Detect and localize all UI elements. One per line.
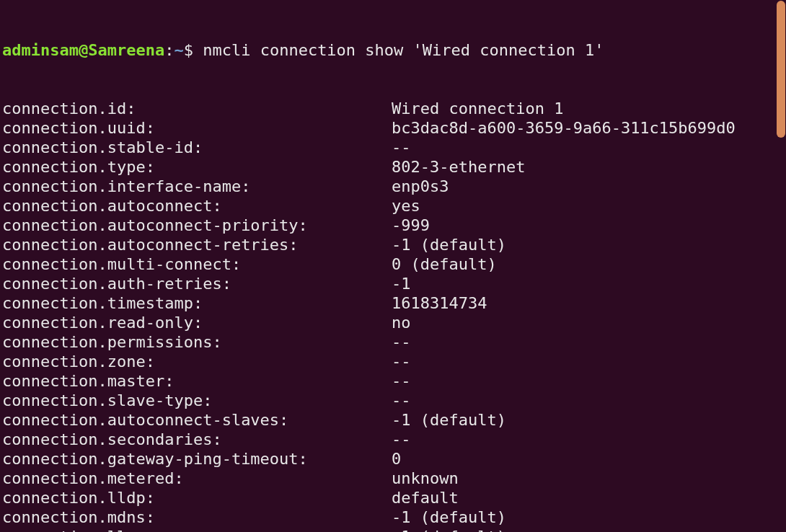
output-key: connection.secondaries:: [2, 430, 392, 449]
output-row: connection.mdns:-1 (default): [2, 507, 784, 527]
output-key: connection.interface-name:: [2, 177, 392, 196]
output-value: --: [392, 391, 411, 410]
output-value: --: [392, 332, 411, 352]
output-key: connection.auth-retries:: [2, 274, 392, 293]
output-row: connection.auth-retries:-1: [2, 274, 784, 293]
output-row: connection.autoconnect:yes: [2, 196, 784, 216]
output-value: enp0s3: [392, 177, 449, 196]
prompt-host: Samreena: [88, 41, 164, 59]
output-key: connection.mdns:: [2, 507, 392, 527]
output-value: yes: [392, 196, 420, 216]
output-key: connection.autoconnect:: [2, 196, 392, 216]
output-key: connection.autoconnect-slaves:: [2, 410, 392, 430]
output-value: -1 (default): [392, 410, 506, 430]
output-value: -1 (default): [392, 235, 506, 254]
output-value: no: [392, 313, 411, 332]
command-line: adminsam@Samreena:~$ nmcli connection sh…: [2, 40, 784, 60]
output-value: -1 (default): [392, 527, 506, 532]
output-value: -1 (default): [392, 507, 506, 527]
output-value: --: [392, 430, 411, 449]
output-value: 1618314734: [392, 293, 487, 313]
output-key: connection.read-only:: [2, 313, 392, 332]
output-value: bc3dac8d-a600-3659-9a66-311c15b699d0: [392, 118, 736, 138]
output-row: connection.timestamp:1618314734: [2, 293, 784, 313]
output-value: unknown: [392, 469, 459, 488]
output-row: connection.uuid:bc3dac8d-a600-3659-9a66-…: [2, 118, 784, 138]
output-value: -999: [392, 216, 430, 235]
prompt-path: ~: [174, 41, 183, 59]
output-row: connection.secondaries:--: [2, 430, 784, 449]
output-key: connection.slave-type:: [2, 391, 392, 410]
output-row: connection.read-only:no: [2, 313, 784, 332]
output-row: connection.multi-connect:0 (default): [2, 254, 784, 274]
output-row: connection.id:Wired connection 1: [2, 99, 784, 118]
output-value: default: [392, 488, 459, 507]
scrollbar-track[interactable]: [776, 0, 786, 532]
output-container: connection.id:Wired connection 1connecti…: [2, 99, 784, 532]
output-key: connection.stable-id:: [2, 138, 392, 157]
output-key: connection.zone:: [2, 352, 392, 371]
output-row: connection.stable-id:--: [2, 138, 784, 157]
output-row: connection.interface-name:enp0s3: [2, 177, 784, 196]
output-value: 0 (default): [392, 254, 497, 274]
prompt-at: @: [79, 41, 88, 59]
output-row: connection.autoconnect-slaves:-1 (defaul…: [2, 410, 784, 430]
output-key: connection.permissions:: [2, 332, 392, 352]
output-row: connection.llmnr:-1 (default): [2, 527, 784, 532]
output-value: --: [392, 371, 411, 391]
output-key: connection.timestamp:: [2, 293, 392, 313]
output-key: connection.lldp:: [2, 488, 392, 507]
scrollbar-thumb[interactable]: [777, 1, 785, 138]
output-value: --: [392, 138, 411, 157]
output-key: connection.metered:: [2, 469, 392, 488]
output-row: connection.autoconnect-retries:-1 (defau…: [2, 235, 784, 254]
output-value: -1: [392, 274, 411, 293]
output-key: connection.autoconnect-retries:: [2, 235, 392, 254]
output-value: Wired connection 1: [392, 99, 563, 118]
prompt-dollar: $: [184, 41, 203, 59]
output-row: connection.type:802-3-ethernet: [2, 157, 784, 177]
output-row: connection.master:--: [2, 371, 784, 391]
output-value: 0: [392, 449, 401, 469]
output-row: connection.metered:unknown: [2, 469, 784, 488]
output-value: 802-3-ethernet: [392, 157, 525, 177]
terminal-output[interactable]: adminsam@Samreena:~$ nmcli connection sh…: [2, 1, 784, 532]
output-key: connection.llmnr:: [2, 527, 392, 532]
output-key: connection.uuid:: [2, 118, 392, 138]
output-row: connection.slave-type:--: [2, 391, 784, 410]
output-row: connection.lldp:default: [2, 488, 784, 507]
output-row: connection.autoconnect-priority:-999: [2, 216, 784, 235]
output-key: connection.type:: [2, 157, 392, 177]
prompt-colon: :: [164, 41, 174, 59]
output-row: connection.zone:--: [2, 352, 784, 371]
command-text: nmcli connection show 'Wired connection …: [203, 41, 604, 59]
output-row: connection.gateway-ping-timeout:0: [2, 449, 784, 469]
output-key: connection.gateway-ping-timeout:: [2, 449, 392, 469]
output-key: connection.autoconnect-priority:: [2, 216, 392, 235]
output-value: --: [392, 352, 411, 371]
prompt-user: adminsam: [2, 41, 79, 59]
output-key: connection.id:: [2, 99, 392, 118]
output-key: connection.multi-connect:: [2, 254, 392, 274]
output-key: connection.master:: [2, 371, 392, 391]
output-row: connection.permissions:--: [2, 332, 784, 352]
